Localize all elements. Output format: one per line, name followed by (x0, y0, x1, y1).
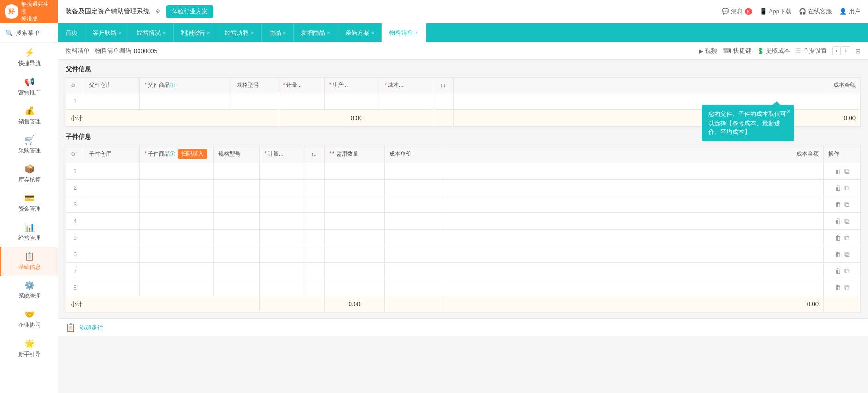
sidebar-item-operations[interactable]: 📊 经营管理 (0, 218, 58, 247)
sidebar-item-marketing[interactable]: 📢 营销推广 (0, 72, 58, 101)
child-row-4-warehouse[interactable] (84, 213, 140, 230)
child-row-5-unit[interactable] (260, 230, 306, 246)
breadcrumb-bom[interactable]: 物料清单 (66, 47, 90, 55)
child-row-7-unit-cost[interactable] (385, 263, 440, 279)
sidebar-item-inventory[interactable]: 📦 库存核算 (0, 159, 58, 188)
child-row-5-qty[interactable] (325, 230, 385, 246)
child-row-7-spec[interactable] (214, 263, 260, 279)
tab-product[interactable]: 商品 × (262, 23, 294, 42)
message-btn[interactable]: 💬 消息 6 (722, 7, 752, 16)
settings-gear-icon[interactable]: ⚙ (155, 8, 161, 15)
child-row-4-unit-cost[interactable] (385, 213, 440, 230)
tab-barcode[interactable]: 条码方案 × (338, 23, 382, 42)
copy-row-4-icon[interactable]: ⧉ (844, 217, 850, 225)
copy-row-3-icon[interactable]: ⧉ (844, 200, 850, 209)
child-row-2-unit-cost[interactable] (385, 180, 440, 196)
tab-home[interactable]: 首页 (58, 23, 85, 42)
child-row-1-unit[interactable] (260, 163, 306, 180)
child-row-4-qty[interactable] (325, 213, 385, 230)
child-row-5-spec[interactable] (214, 230, 260, 246)
child-row-3-spec[interactable] (214, 196, 260, 213)
video-btn[interactable]: ▶ 视频 (699, 47, 717, 55)
parent-gear-icon[interactable]: ⚙ (71, 82, 76, 89)
copy-row-5-icon[interactable]: ⧉ (844, 234, 850, 242)
delete-row-8-icon[interactable]: 🗑 (835, 284, 842, 291)
sidebar-item-finance[interactable]: 💳 资金管理 (0, 188, 58, 218)
child-row-6-unit-cost[interactable] (385, 246, 440, 263)
child-row-8-product[interactable] (140, 279, 214, 296)
add-row-hint[interactable]: 添加多行 (79, 323, 103, 332)
child-row-8-amount[interactable] (440, 279, 824, 296)
child-row-7-qty[interactable] (325, 263, 385, 279)
delete-row-2-icon[interactable]: 🗑 (835, 184, 842, 192)
child-row-6-unit[interactable] (260, 246, 306, 263)
child-row-3-product[interactable] (140, 196, 214, 213)
close-tab-customer[interactable]: × (119, 30, 121, 36)
user-btn[interactable]: 👤 用户 (839, 7, 861, 16)
parent-row-1-spec[interactable] (232, 93, 278, 110)
child-row-7-amount[interactable] (440, 263, 824, 279)
close-tab-product[interactable]: × (283, 30, 286, 36)
child-row-6-spec[interactable] (214, 246, 260, 263)
tab-bom[interactable]: 物料清单 × (382, 23, 426, 42)
child-row-1-unit-cost[interactable] (385, 163, 440, 180)
delete-row-4-icon[interactable]: 🗑 (835, 217, 842, 225)
sidebar-item-basic-info[interactable]: 📋 基础信息 (0, 247, 58, 276)
parent-row-1-unit[interactable] (278, 93, 325, 110)
child-row-4-amount[interactable] (440, 213, 824, 230)
child-row-5-amount[interactable] (440, 230, 824, 246)
child-row-4-spec[interactable] (214, 213, 260, 230)
child-row-2-spec[interactable] (214, 180, 260, 196)
delete-row-3-icon[interactable]: 🗑 (835, 200, 842, 208)
child-row-8-warehouse[interactable] (84, 279, 140, 296)
parent-row-1-warehouse[interactable] (84, 93, 140, 110)
sidebar-item-quick-nav[interactable]: ⚡ 快捷导航 (0, 43, 58, 72)
child-row-8-unit[interactable] (260, 279, 306, 296)
child-row-5-warehouse[interactable] (84, 230, 140, 246)
experience-btn[interactable]: 体验行业方案 (166, 5, 213, 18)
tooltip-close-btn[interactable]: × (787, 107, 790, 116)
child-row-7-warehouse[interactable] (84, 263, 140, 279)
tab-profit[interactable]: 利润报告 × (174, 23, 217, 42)
child-row-2-warehouse[interactable] (84, 180, 140, 196)
sidebar-item-enterprise[interactable]: 🤝 企业协同 (0, 305, 58, 334)
child-row-2-qty[interactable] (325, 180, 385, 196)
tab-operations-status[interactable]: 经营情况 × (129, 23, 173, 42)
prev-btn[interactable]: ‹ (832, 46, 841, 55)
parent-row-1-production[interactable] (325, 93, 380, 110)
child-row-3-amount[interactable] (440, 196, 824, 213)
sidebar-item-purchase[interactable]: 🛒 采购管理 (0, 130, 58, 159)
child-row-2-amount[interactable] (440, 180, 824, 196)
child-gear-icon[interactable]: ⚙ (71, 151, 76, 157)
child-row-4-product[interactable] (140, 213, 214, 230)
child-row-4-unit[interactable] (260, 213, 306, 230)
child-row-1-warehouse[interactable] (84, 163, 140, 180)
delete-row-5-icon[interactable]: 🗑 (835, 234, 842, 242)
parent-row-1-cost[interactable] (380, 93, 435, 110)
child-row-3-unit[interactable] (260, 196, 306, 213)
close-tab-ops[interactable]: × (163, 30, 165, 36)
app-download-btn[interactable]: 📱 App下载 (760, 7, 791, 16)
parent-row-1-amount[interactable] (454, 93, 861, 110)
online-support-btn[interactable]: 🎧 在线客服 (799, 7, 832, 16)
parent-row-1-product[interactable] (140, 93, 232, 110)
search-menu-button[interactable]: 🔍 搜索菜单 (4, 27, 54, 39)
sidebar-item-system[interactable]: ⚙️ 系统管理 (0, 276, 58, 305)
close-tab-history[interactable]: × (251, 30, 253, 36)
tab-customer[interactable]: 客户联络 × (85, 23, 129, 42)
tab-history[interactable]: 经营历程 × (217, 23, 261, 42)
grid-view-btn[interactable]: ⊞ (856, 48, 861, 54)
child-row-6-warehouse[interactable] (84, 246, 140, 263)
copy-row-1-icon[interactable]: ⧉ (844, 167, 850, 175)
child-row-2-unit[interactable] (260, 180, 306, 196)
child-row-6-amount[interactable] (440, 246, 824, 263)
doc-settings-btn[interactable]: ☰ 单据设置 (796, 47, 827, 55)
child-row-5-unit-cost[interactable] (385, 230, 440, 246)
child-row-1-amount[interactable] (440, 163, 824, 180)
close-tab-new-product[interactable]: × (327, 30, 330, 36)
delete-row-1-icon[interactable]: 🗑 (835, 167, 842, 175)
child-row-2-product[interactable] (140, 180, 214, 196)
copy-row-7-icon[interactable]: ⧉ (844, 267, 850, 275)
child-row-7-product[interactable] (140, 263, 214, 279)
close-tab-profit[interactable]: × (207, 30, 210, 36)
